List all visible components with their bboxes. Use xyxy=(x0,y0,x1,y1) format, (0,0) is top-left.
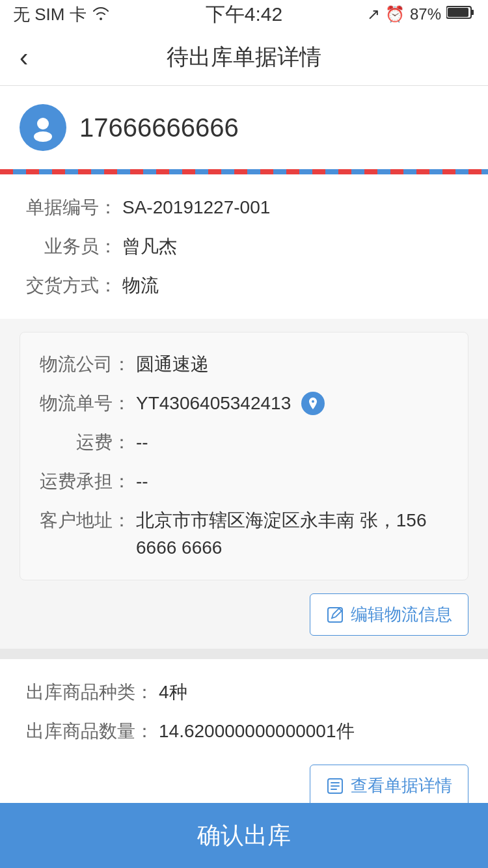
battery-label: 87% xyxy=(410,5,441,23)
document-number-label: 单据编号： xyxy=(26,194,117,221)
product-types-value: 4种 xyxy=(159,679,462,706)
logistics-company-row: 物流公司： 圆通速递 xyxy=(40,351,448,378)
page-title: 待出库单据详情 xyxy=(167,42,321,72)
avatar xyxy=(20,104,66,151)
status-time: 下午4:42 xyxy=(206,1,282,28)
edit-logistics-icon xyxy=(326,606,344,624)
product-quantity-label: 出库商品数量： xyxy=(26,718,154,745)
logistics-company-label: 物流公司： xyxy=(40,351,131,378)
tracking-number-label: 物流单号： xyxy=(40,390,131,417)
tracking-number-row: 物流单号： YT4306405342413 xyxy=(40,390,448,417)
view-details-label: 查看单据详情 xyxy=(351,774,452,797)
back-button[interactable]: ‹ xyxy=(20,44,28,70)
svg-point-3 xyxy=(37,118,49,129)
product-types-label: 出库商品种类： xyxy=(26,679,154,706)
tracking-number-text: YT4306405342413 xyxy=(136,390,291,417)
status-bar: 无 SIM 卡 下午4:42 ↗ ⏰ 87% xyxy=(0,0,488,29)
address-row: 客户地址： 北京市市辖区海淀区永丰南 张，156 6666 6666 xyxy=(40,507,448,562)
svg-rect-2 xyxy=(448,8,468,17)
sales-person-value: 曾凡杰 xyxy=(122,233,462,260)
status-left: 无 SIM 卡 xyxy=(13,3,110,26)
status-right: ↗ ⏰ 87% xyxy=(367,5,475,23)
content: 17666666666 单据编号： SA-20191227-001 业务员： 曾… xyxy=(0,86,488,868)
logistics-card: 物流公司： 圆通速递 物流单号： YT4306405342413 运费： -- xyxy=(20,332,468,580)
edit-logistics-label: 编辑物流信息 xyxy=(351,603,452,626)
document-number-row: 单据编号： SA-20191227-001 xyxy=(26,194,462,221)
freight-bearer-label: 运费承担： xyxy=(40,468,131,495)
product-quantity-value: 14.620000000000001件 xyxy=(159,718,462,745)
location-status-icon: ↗ xyxy=(367,5,380,23)
sales-person-row: 业务员： 曾凡杰 xyxy=(26,233,462,260)
svg-rect-1 xyxy=(471,10,474,15)
freight-label: 运费： xyxy=(40,429,131,456)
delivery-method-label: 交货方式： xyxy=(26,272,117,299)
tracking-number-value: YT4306405342413 xyxy=(136,390,448,417)
freight-row: 运费： -- xyxy=(40,429,448,456)
confirm-button-label: 确认出库 xyxy=(197,820,291,852)
battery-icon xyxy=(446,5,475,23)
freight-bearer-value: -- xyxy=(136,468,448,495)
address-label: 客户地址： xyxy=(40,507,131,534)
document-number-value: SA-20191227-001 xyxy=(122,194,462,221)
wifi-icon xyxy=(92,5,110,25)
product-types-row: 出库商品种类： 4种 xyxy=(26,679,462,706)
order-info-section: 单据编号： SA-20191227-001 业务员： 曾凡杰 交货方式： 物流 xyxy=(0,174,488,319)
product-quantity-row: 出库商品数量： 14.620000000000001件 xyxy=(26,718,462,745)
products-section: 出库商品种类： 4种 出库商品数量： 14.620000000000001件 xyxy=(0,659,488,765)
nav-bar: ‹ 待出库单据详情 xyxy=(0,29,488,86)
alarm-icon: ⏰ xyxy=(385,5,405,23)
svg-point-4 xyxy=(34,131,52,142)
edit-logistics-button[interactable]: 编辑物流信息 xyxy=(310,593,468,636)
dashed-divider xyxy=(0,169,488,174)
confirm-outbound-button[interactable]: 确认出库 xyxy=(0,803,488,868)
freight-bearer-row: 运费承担： -- xyxy=(40,468,448,495)
address-value: 北京市市辖区海淀区永丰南 张，156 6666 6666 xyxy=(136,507,448,562)
edit-logistics-section: 编辑物流信息 xyxy=(0,593,488,649)
freight-value: -- xyxy=(136,429,448,456)
customer-phone: 17666666666 xyxy=(79,113,239,142)
customer-header: 17666666666 xyxy=(0,86,488,169)
logistics-company-value: 圆通速递 xyxy=(136,351,448,378)
document-list-icon xyxy=(326,777,344,795)
carrier-label: 无 SIM 卡 xyxy=(13,3,87,26)
delivery-method-value: 物流 xyxy=(122,272,462,299)
track-location-button[interactable] xyxy=(301,392,325,415)
view-details-button[interactable]: 查看单据详情 xyxy=(310,765,468,807)
sales-person-label: 业务员： xyxy=(26,233,117,260)
delivery-method-row: 交货方式： 物流 xyxy=(26,272,462,299)
section-divider xyxy=(0,649,488,659)
